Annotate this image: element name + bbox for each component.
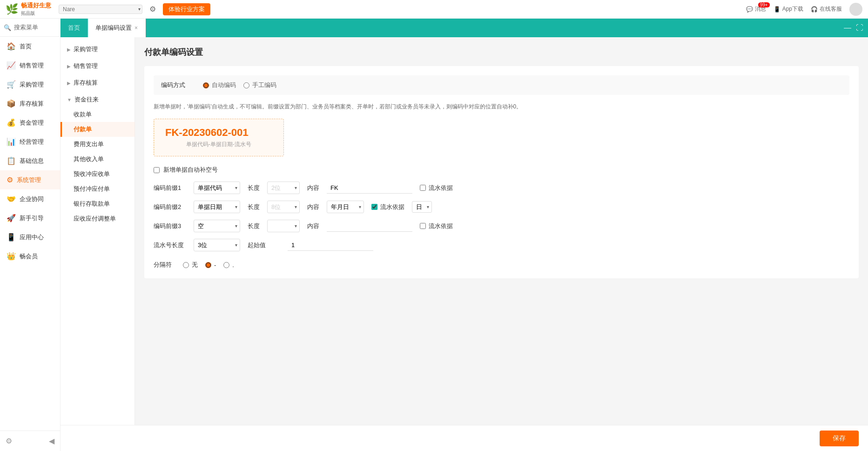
prefix-2-select[interactable]: 单据日期 (194, 201, 240, 213)
company-input[interactable] (59, 5, 142, 14)
user-avatar[interactable] (849, 3, 862, 16)
arrow-right-icon: ▶ (67, 47, 71, 52)
sidebar-item-home[interactable]: 🏠 首页 (0, 37, 60, 56)
sidebar-item-basic[interactable]: 📋 基础信息 (0, 151, 60, 170)
nav-group-inventory-title[interactable]: ▶ 库存核算 (61, 75, 135, 90)
content-2-select-wrap[interactable]: 年月日 (327, 201, 364, 213)
start-value-input[interactable] (288, 240, 373, 251)
prefix-2-label: 编码前缀2 (154, 203, 186, 211)
auto-encoding-radio[interactable] (203, 82, 209, 88)
length-1-select-wrap[interactable]: 2位 (267, 182, 300, 194)
length-3-select[interactable] (267, 220, 300, 232)
stream-1-check[interactable] (420, 185, 426, 191)
prefix-row-3: 编码前缀3 空 长度 内容 (154, 220, 849, 232)
stream-3-checkbox[interactable]: 流水依据 (420, 222, 453, 230)
company-selector[interactable] (59, 5, 142, 14)
message-button[interactable]: 💬 消息 99+ (746, 5, 766, 13)
settings-button[interactable]: ⚙ (146, 3, 159, 16)
save-button[interactable]: 保存 (820, 431, 859, 446)
logo: 🌿 畅通好生意拓品版 (6, 2, 51, 16)
length-2-select-wrap[interactable]: 8位 (267, 201, 300, 213)
tab-home[interactable]: 首页 (61, 19, 88, 37)
sep-dot-option[interactable]: . (223, 262, 234, 269)
sidebar-item-apps[interactable]: 📱 应用中心 (0, 228, 60, 247)
sidebar-item-inventory[interactable]: 📦 库存核算 (0, 94, 60, 113)
nav-item-expense[interactable]: 费用支出单 (61, 137, 135, 152)
main-layout: 🔍 搜索菜单 🏠 首页 📈 销售管理 🛒 采购管理 📦 库存核算 💰 资金管理 … (0, 19, 868, 451)
arrow-right-icon-3: ▶ (67, 81, 71, 86)
purchase-icon: 🛒 (7, 80, 16, 89)
content-2-select[interactable]: 年月日 (327, 201, 364, 213)
serial-length-select-wrap[interactable]: 3位 4位 5位 (194, 239, 240, 251)
content-area: 首页 单据编码设置 × — ⛶ ▶ 采购管理 (61, 19, 868, 451)
separator-row: 分隔符 无 - . (154, 261, 849, 269)
length-3-select-wrap[interactable] (267, 220, 300, 232)
sidebar-item-sales[interactable]: 📈 销售管理 (0, 56, 60, 75)
length-3-label: 长度 (248, 222, 260, 230)
nav-group-capital-title[interactable]: ▼ 资金往来 (61, 92, 135, 107)
day-select-wrap[interactable]: 日 月 年 (412, 201, 432, 213)
day-select[interactable]: 日 月 年 (412, 201, 432, 213)
nav-item-other-income[interactable]: 其他收入单 (61, 152, 135, 167)
encoding-method-row: 编码方式 自动编码 手工编码 (154, 75, 849, 95)
sidebar-item-finance[interactable]: 💰 资金管理 (0, 113, 60, 132)
nav-item-pre-payable[interactable]: 预付冲应付单 (61, 182, 135, 196)
sep-dash-option[interactable]: - (205, 262, 216, 269)
nav-group-sales-title[interactable]: ▶ 销售管理 (61, 59, 135, 74)
sep-dash-radio[interactable] (205, 262, 211, 268)
content-3-input[interactable] (327, 221, 412, 232)
prefix-1-select[interactable]: 单据代码 (194, 182, 240, 194)
sep-none-radio[interactable] (183, 262, 189, 268)
nav-group-purchase-title[interactable]: ▶ 采购管理 (61, 42, 135, 57)
stream-2-check[interactable] (371, 204, 377, 210)
nav-item-bank[interactable]: 银行存取款单 (61, 196, 135, 211)
stream-2-checkbox[interactable]: 流水依据 (371, 203, 404, 211)
sidebar-settings-button[interactable]: ⚙ (6, 437, 12, 445)
prefix-1-select-wrap[interactable]: 单据代码 (194, 182, 240, 194)
app-download-link[interactable]: 📱 App下载 (774, 5, 803, 13)
stream-3-check[interactable] (420, 223, 426, 229)
manual-encoding-option[interactable]: 手工编码 (243, 81, 276, 89)
manual-encoding-radio[interactable] (243, 82, 249, 88)
length-2-select[interactable]: 8位 (267, 201, 300, 213)
trial-button[interactable]: 体验行业方案 (163, 3, 210, 15)
tab-minimize-button[interactable]: — (844, 24, 851, 32)
nav-item-receipt[interactable]: 收款单 (61, 107, 135, 122)
length-1-select[interactable]: 2位 (267, 182, 300, 194)
sidebar-item-purchase[interactable]: 🛒 采购管理 (0, 75, 60, 94)
page-title: 付款单编码设置 (144, 47, 859, 58)
sep-none-option[interactable]: 无 (183, 261, 198, 269)
tab-maximize-button[interactable]: ⛶ (856, 24, 863, 32)
prefix-3-select-wrap[interactable]: 空 (194, 220, 240, 232)
top-bar: 🌿 畅通好生意拓品版 ⚙ 体验行业方案 💬 消息 99+ 📱 App下载 🎧 在… (0, 0, 868, 19)
stream-1-checkbox[interactable]: 流水依据 (420, 184, 453, 192)
arrow-down-icon: ▼ (67, 97, 72, 102)
prefix-row-1: 编码前缀1 单据代码 长度 2位 内容 (154, 182, 849, 194)
auto-encoding-option[interactable]: 自动编码 (203, 81, 236, 89)
member-icon: 👑 (7, 252, 16, 261)
sidebar-item-enterprise[interactable]: 🤝 企业协同 (0, 189, 60, 209)
sidebar-collapse-button[interactable]: ◀ (49, 437, 54, 445)
message-icon: 💬 (746, 6, 753, 13)
content-1-input[interactable] (327, 182, 412, 194)
nav-item-payment[interactable]: 付款单 (61, 122, 135, 137)
nav-item-adjustment[interactable]: 应收应付调整单 (61, 211, 135, 226)
online-service-link[interactable]: 🎧 在线客服 (811, 5, 842, 13)
prefix-2-select-wrap[interactable]: 单据日期 (194, 201, 240, 213)
nav-group-capital: ▼ 资金往来 收款单 付款单 费用支出单 其他收入单 (61, 92, 135, 226)
sep-dot-radio[interactable] (223, 262, 229, 268)
tab-encoding-settings[interactable]: 单据编码设置 × (88, 19, 146, 37)
sidebar-item-member[interactable]: 👑 畅会员 (0, 247, 60, 266)
sidebar-item-guide[interactable]: 🚀 新手引导 (0, 209, 60, 228)
home-icon: 🏠 (7, 42, 16, 51)
serial-number-row: 流水号长度 3位 4位 5位 起始值 (154, 239, 849, 251)
nav-item-pre-receivable[interactable]: 预收冲应收单 (61, 167, 135, 182)
auto-fill-row: 新增单据自动补空号 (154, 166, 849, 174)
serial-length-select[interactable]: 3位 4位 5位 (194, 239, 240, 251)
prefix-3-select[interactable]: 空 (194, 220, 240, 232)
auto-fill-checkbox[interactable] (154, 167, 160, 173)
search-menu-button[interactable]: 🔍 搜索菜单 (4, 23, 56, 32)
tab-close-icon[interactable]: × (135, 25, 138, 31)
sidebar-item-system[interactable]: ⚙ 系统管理 (0, 170, 60, 189)
sidebar-item-operations[interactable]: 📊 经营管理 (0, 132, 60, 151)
